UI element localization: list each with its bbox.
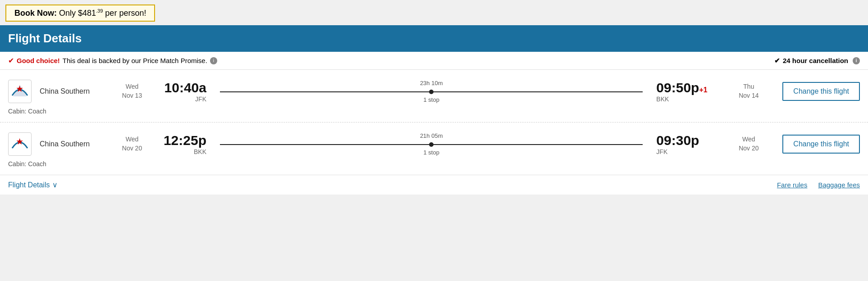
cancellation-text: 24 hour cancellation (783, 57, 848, 64)
depart-day-1: Wed (112, 82, 152, 91)
arrive-col-2: 09:30p JFK (656, 133, 724, 155)
arrive-date-col-2: Wed Nov 20 (728, 135, 769, 153)
header-title: Flight Details (8, 32, 82, 45)
change-flight-button-1[interactable]: Change this flight (782, 82, 860, 101)
cancellation-section: ✔ 24 hour cancellation i (774, 57, 860, 65)
depart-time-1: 10:40a (152, 80, 206, 95)
airline-name-2: China Southern (40, 140, 112, 148)
depart-date-col-1: Wed Nov 13 (112, 82, 152, 100)
fare-rules-link[interactable]: Fare rules (777, 181, 808, 189)
book-now-price: Only $481 (57, 9, 96, 18)
promise-bar: ✔ Good choice! This deal is backed by ou… (0, 52, 868, 70)
arrive-date-1: Nov 14 (728, 91, 769, 100)
depart-time-col-2: 12:25p BKK (152, 133, 206, 155)
depart-time-col-1: 10:40a JFK (152, 80, 206, 103)
cabin-label-2: Cabin: Coach (8, 160, 860, 168)
depart-date-col-2: Wed Nov 20 (112, 135, 152, 153)
book-now-banner: Book Now: Only $481.39 per person! (5, 5, 155, 22)
cabin-label-1: Cabin: Coach (8, 108, 860, 115)
duration-2: 21h 05m (420, 132, 443, 139)
arrive-date-col-1: Thu Nov 14 (728, 82, 769, 100)
depart-time-2: 12:25p (152, 133, 206, 148)
book-now-label: Book Now: (14, 9, 57, 18)
duration-1: 23h 10m (420, 80, 443, 86)
arrive-airport-2: JFK (656, 148, 724, 155)
airline-name-1: China Southern (40, 87, 112, 95)
arrive-col-1: 09:50p+1 BKK (656, 80, 724, 103)
airline-logo-2 (8, 132, 32, 156)
footer-right-links: Fare rules Baggage fees (777, 181, 860, 189)
flight-details-header: Flight Details (0, 25, 868, 52)
flights-container: China Southern Wed Nov 13 10:40a JFK 23h… (0, 70, 868, 175)
arrive-day-2: Wed (728, 135, 769, 144)
baggage-fees-link[interactable]: Baggage fees (818, 181, 860, 189)
airline-logo-1 (8, 80, 32, 103)
change-flight-button-2[interactable]: Change this flight (782, 135, 860, 154)
checkmark-red-icon: ✔ (8, 56, 14, 65)
book-now-suffix: per person! (103, 9, 146, 18)
arrive-time-2: 09:30p (656, 133, 724, 148)
footer-bar: Flight Details ∨ Fare rules Baggage fees (0, 175, 868, 195)
flight-row-2: China Southern Wed Nov 20 12:25p BKK 21h… (0, 122, 868, 175)
promise-text: This deal is backed by our Price Match P… (63, 57, 207, 64)
route-middle-1: 23h 10m 1 stop (206, 80, 656, 103)
arrive-date-2: Nov 20 (728, 144, 769, 153)
svg-rect-2 (11, 136, 28, 153)
plus-day-1: +1 (699, 86, 707, 94)
depart-airport-2: BKK (152, 148, 206, 155)
arrive-time-1: 09:50p+1 (656, 80, 724, 95)
route-middle-2: 21h 05m 1 stop (206, 132, 656, 156)
depart-airport-1: JFK (152, 95, 206, 103)
stops-1: 1 stop (423, 96, 439, 103)
depart-date-1: Nov 13 (112, 91, 152, 100)
depart-day-2: Wed (112, 135, 152, 144)
depart-date-2: Nov 20 (112, 144, 152, 153)
stops-2: 1 stop (423, 149, 439, 156)
arrive-day-1: Thu (728, 82, 769, 91)
good-choice-section: ✔ Good choice! This deal is backed by ou… (8, 56, 217, 65)
flight-details-link[interactable]: Flight Details ∨ (8, 181, 58, 189)
promise-info-icon[interactable]: i (210, 57, 217, 64)
price-superscript: .39 (96, 8, 103, 14)
flight-details-link-label: Flight Details (8, 181, 50, 189)
arrive-airport-1: BKK (656, 95, 724, 103)
chevron-down-icon: ∨ (52, 181, 58, 189)
flight-row-1: China Southern Wed Nov 13 10:40a JFK 23h… (0, 70, 868, 122)
cancellation-checkmark-icon: ✔ (774, 57, 780, 65)
cancellation-info-icon[interactable]: i (853, 57, 860, 64)
good-choice-label: Good choice! (17, 57, 60, 64)
